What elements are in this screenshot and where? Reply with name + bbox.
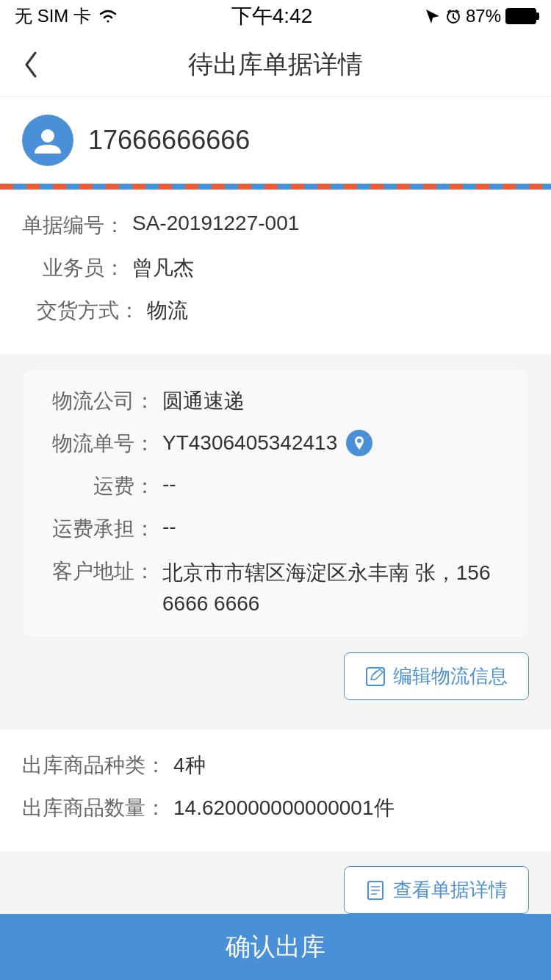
- svg-point-2: [357, 439, 361, 443]
- delivery-row: 交货方式： 物流: [22, 297, 529, 325]
- order-number-label: 单据编号：: [22, 212, 125, 239]
- freight-bearer-value: --: [162, 515, 506, 538]
- salesman-row: 业务员： 曾凡杰: [22, 254, 529, 282]
- alarm-icon: [445, 8, 461, 24]
- document-icon: [365, 880, 386, 901]
- customer-phone: 17666666666: [88, 125, 250, 156]
- tracking-row: 物流单号： YT4306405342413: [45, 430, 506, 458]
- edit-logistics-button[interactable]: 编辑物流信息: [344, 652, 529, 700]
- freight-value: --: [162, 472, 506, 496]
- nav-bar: 待出库单据详情: [0, 32, 551, 97]
- goods-section: 出库商品种类： 4种 出库商品数量： 14.620000000000001件: [0, 729, 551, 851]
- edit-btn-row: 编辑物流信息: [0, 652, 551, 715]
- status-bar: 无 SIM 卡 下午4:42 87%: [0, 0, 551, 32]
- edit-icon: [365, 666, 386, 687]
- page-title: 待出库单据详情: [188, 48, 363, 82]
- order-number-value: SA-20191227-001: [132, 212, 529, 235]
- edit-btn-label: 编辑物流信息: [393, 663, 508, 689]
- salesman-value: 曾凡杰: [132, 254, 529, 282]
- back-button[interactable]: [22, 50, 40, 79]
- wifi-icon: [97, 8, 119, 24]
- svg-point-1: [41, 129, 54, 143]
- freight-bearer-label: 运费承担：: [45, 515, 155, 543]
- goods-types-value: 4种: [173, 752, 206, 779]
- logistics-company-row: 物流公司： 圆通速递: [45, 387, 506, 415]
- delivery-value: 物流: [147, 297, 529, 325]
- goods-types-row: 出库商品种类： 4种: [22, 752, 529, 779]
- goods-quantity-row: 出库商品数量： 14.620000000000001件: [22, 794, 529, 822]
- status-right: 87%: [425, 6, 536, 26]
- tracking-label: 物流单号：: [45, 430, 155, 458]
- status-time: 下午4:42: [231, 2, 313, 30]
- delivery-label: 交货方式：: [22, 297, 140, 325]
- battery-icon: [505, 8, 536, 24]
- confirm-btn-label: 确认出库: [226, 930, 325, 964]
- status-left: 无 SIM 卡: [15, 4, 119, 28]
- dashed-divider: [0, 184, 551, 190]
- logistics-company-value: 圆通速递: [162, 387, 506, 415]
- view-detail-button[interactable]: 查看单据详情: [344, 866, 529, 914]
- address-value: 北京市市辖区海淀区永丰南 张，156 6666 6666: [162, 558, 506, 619]
- detail-btn-label: 查看单据详情: [393, 877, 508, 903]
- order-number-row: 单据编号： SA-20191227-001: [22, 212, 529, 239]
- goods-quantity-label: 出库商品数量：: [22, 794, 166, 822]
- logistics-company-label: 物流公司：: [45, 387, 155, 415]
- map-pin-icon[interactable]: [346, 430, 372, 456]
- order-info-section: 单据编号： SA-20191227-001 业务员： 曾凡杰 交货方式： 物流: [0, 190, 551, 354]
- user-icon: [32, 124, 64, 156]
- battery-text: 87%: [466, 6, 501, 26]
- logistics-card: 物流公司： 圆通速递 物流单号： YT4306405342413 运费： -- …: [22, 369, 529, 638]
- salesman-label: 业务员：: [22, 254, 125, 282]
- freight-label: 运费：: [45, 472, 155, 500]
- address-row: 客户地址： 北京市市辖区海淀区永丰南 张，156 6666 6666: [45, 558, 506, 619]
- goods-quantity-value: 14.620000000000001件: [173, 794, 395, 822]
- freight-row: 运费： --: [45, 472, 506, 500]
- tracking-value: YT4306405342413: [162, 430, 506, 456]
- confirm-button[interactable]: 确认出库: [0, 914, 551, 980]
- goods-types-label: 出库商品种类：: [22, 752, 166, 779]
- customer-section: 17666666666: [0, 97, 551, 184]
- address-label: 客户地址：: [45, 558, 155, 586]
- section-divider: [0, 715, 551, 729]
- freight-bearer-row: 运费承担： --: [45, 515, 506, 543]
- carrier-text: 无 SIM 卡: [15, 4, 91, 28]
- location-arrow-icon: [425, 8, 441, 24]
- avatar: [22, 115, 73, 166]
